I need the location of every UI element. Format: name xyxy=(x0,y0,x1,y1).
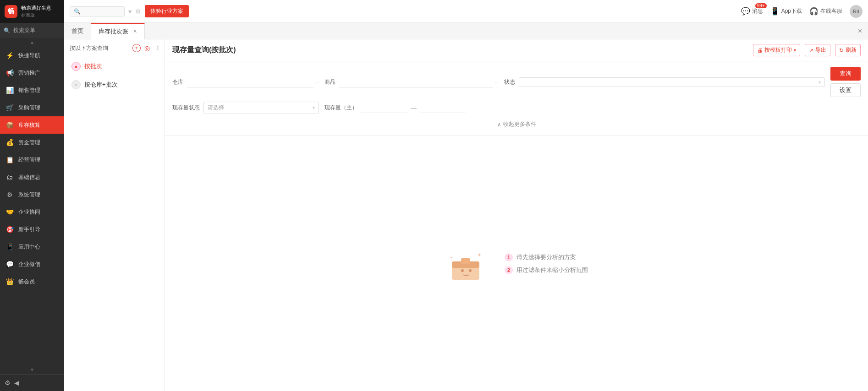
sidebar-search[interactable]: 🔍 搜索菜单 xyxy=(0,23,64,38)
plan-item-warehouse-batch[interactable]: ○ 按仓库+批次 xyxy=(64,76,165,94)
search-icon: 🔍 xyxy=(4,27,11,34)
print-icon: 🖨 xyxy=(757,47,763,54)
collapse-conditions-btn[interactable]: ∧ 收起更多条件 xyxy=(495,119,538,130)
product-dots[interactable]: ··· xyxy=(495,80,499,85)
settings-button[interactable]: 设置 xyxy=(830,83,861,97)
plan-icon-batch: ● xyxy=(71,62,81,71)
warehouse-input[interactable] xyxy=(187,77,313,87)
collapse-sidebar-icon[interactable]: ◀ xyxy=(14,379,19,386)
sidebar-item-member[interactable]: 👑 畅会员 xyxy=(0,273,64,290)
topbar-search-box[interactable]: 🔍 xyxy=(70,6,125,16)
sidebar-search-label: 搜索菜单 xyxy=(13,27,35,34)
query-button[interactable]: 查询 xyxy=(830,67,861,81)
sidebar-item-basics[interactable]: 🗂 基础信息 xyxy=(0,168,64,186)
sidebar-item-purchase[interactable]: 🛒 采购管理 xyxy=(0,99,64,116)
add-plan-icon[interactable]: + xyxy=(132,44,141,52)
plan-list: ● 按批次 ○ 按仓库+批次 xyxy=(64,57,165,391)
message-icon: 💬 xyxy=(741,7,750,16)
inventory-status-placeholder: 请选择 xyxy=(208,104,224,112)
topbar-user[interactable]: Rit xyxy=(850,5,863,18)
filter-row-1: 仓库 ··· 商品 ··· 状态 ▾ xyxy=(172,67,861,97)
print-btn[interactable]: 🖨 按模板打印 ▾ xyxy=(753,44,800,56)
content-area: 按以下方案查询 + ◎ 《 ● 按批次 ○ 按仓库+批次 xyxy=(64,39,868,391)
tab-close-icon[interactable]: ✕ xyxy=(133,28,137,34)
scroll-down-arrow[interactable]: ▼ xyxy=(0,365,64,374)
export-btn[interactable]: ↗ 导出 xyxy=(805,44,830,56)
collapse-panel-icon[interactable]: 《 xyxy=(154,44,159,52)
topbar-left: 🔍 ▾ ⚙ 体验行业方案 xyxy=(70,5,736,17)
print-dropdown-icon[interactable]: ▾ xyxy=(794,48,796,53)
topbar-search-input[interactable] xyxy=(83,8,120,15)
svg-point-4 xyxy=(469,269,472,272)
sidebar-item-label: 新手引导 xyxy=(18,226,40,234)
sidebar-item-appcenter[interactable]: 📱 应用中心 xyxy=(0,238,64,255)
filter-inventory-status: 现存量状态 请选择 ▾ xyxy=(172,102,319,114)
filter-product: 商品 ··· xyxy=(324,77,499,87)
empty-illustration: ✦ ✦ xyxy=(445,241,491,287)
sidebar-item-label: 库存核算 xyxy=(18,121,40,129)
refresh-btn[interactable]: ↻ 刷新 xyxy=(835,44,861,56)
tab-expand-btn[interactable]: ✕ xyxy=(852,27,868,34)
sidebar-item-marketing[interactable]: 📢 营销推广 xyxy=(0,64,64,81)
inventory-qty-to[interactable] xyxy=(420,103,466,113)
export-icon: ↗ xyxy=(809,47,813,54)
operations-icon: 📋 xyxy=(5,156,14,164)
topbar-online-service[interactable]: 🎧 在线客服 xyxy=(809,7,842,16)
svg-rect-2 xyxy=(461,258,470,264)
settings-icon[interactable]: ⚙ xyxy=(5,379,11,386)
inventory-status-select[interactable]: 请选择 ▾ xyxy=(203,102,319,114)
sidebar-item-guide[interactable]: 🎯 新手引导 xyxy=(0,221,64,238)
sidebar-item-label: 经营管理 xyxy=(18,156,40,164)
app-logo: 畅 xyxy=(5,5,17,18)
app-name: 畅康通好生意 xyxy=(21,5,51,11)
topbar-dropdown-icon[interactable]: ▾ xyxy=(128,8,132,15)
page-title: 现存量查询(按批次) xyxy=(172,45,236,55)
sidebar-item-collaboration[interactable]: 🤝 企业协同 xyxy=(0,203,64,221)
inventory-qty-from[interactable] xyxy=(361,103,407,113)
svg-text:✦: ✦ xyxy=(450,255,453,260)
sidebar-item-system[interactable]: ⚙ 系统管理 xyxy=(0,186,64,203)
action-buttons: 查询 设置 xyxy=(830,67,861,97)
inventory-icon: 📦 xyxy=(5,121,14,129)
topbar-message[interactable]: 💬 99+ 消息 xyxy=(741,7,763,16)
topbar: 🔍 ▾ ⚙ 体验行业方案 💬 99+ 消息 📱 App下载 🎧 在线客服 xyxy=(64,0,868,23)
empty-tip-2: 2 用过滤条件来缩小分析范围 xyxy=(505,266,588,274)
online-service-icon: 🎧 xyxy=(809,7,819,16)
filter-inventory-qty: 现存量（主） — xyxy=(324,103,499,113)
tab-inventory-batch-label: 库存批次账 xyxy=(99,27,128,36)
topbar-right: 💬 99+ 消息 📱 App下载 🎧 在线客服 Rit xyxy=(741,5,863,18)
status-select[interactable]: ▾ xyxy=(519,77,825,87)
sidebar-item-label: 采购管理 xyxy=(18,104,40,112)
search-icon: 🔍 xyxy=(74,8,81,15)
sidebar-item-label: 资金管理 xyxy=(18,139,40,147)
warehouse-dots[interactable]: ··· xyxy=(315,80,319,85)
plan-item-batch[interactable]: ● 按批次 xyxy=(64,57,165,76)
wecom-icon: 💬 xyxy=(5,260,14,268)
sidebar-item-quicknav[interactable]: ⚡ 快捷导航 xyxy=(0,47,64,64)
topbar-app-download[interactable]: 📱 App下载 xyxy=(770,7,802,16)
sidebar-nav: ⚡ 快捷导航 📢 营销推广 📊 销售管理 🛒 采购管理 📦 库存核算 💰 资金管… xyxy=(0,47,64,365)
guide-icon: 🎯 xyxy=(5,225,14,234)
inv-status-dropdown-icon: ▾ xyxy=(313,105,315,110)
quicknav-icon: ⚡ xyxy=(5,51,14,60)
app-info: 畅康通好生意 标准版 xyxy=(21,5,51,18)
sidebar-item-label: 畅会员 xyxy=(18,278,35,286)
scroll-up-arrow[interactable]: ▲ xyxy=(0,38,64,47)
app-edition: 标准版 xyxy=(21,12,51,18)
tab-inventory-batch[interactable]: 库存批次账 ✕ xyxy=(91,23,145,39)
page-title-bar: 现存量查询(按批次) 🖨 按模板打印 ▾ ↗ 导出 ↻ 刷新 xyxy=(165,39,868,61)
sidebar-item-operations[interactable]: 📋 经营管理 xyxy=(0,151,64,168)
sidebar-item-wecom[interactable]: 💬 企业微信 xyxy=(0,255,64,273)
svg-text:✦: ✦ xyxy=(477,252,482,258)
product-input[interactable] xyxy=(339,77,493,87)
sidebar-item-sales[interactable]: 📊 销售管理 xyxy=(0,81,64,99)
tab-home-label: 首页 xyxy=(71,27,83,35)
experience-btn[interactable]: 体验行业方案 xyxy=(145,5,189,17)
sidebar-item-finance[interactable]: 💰 资金管理 xyxy=(0,134,64,151)
plan-icon-warehouse-batch: ○ xyxy=(71,80,81,89)
topbar-gear-icon[interactable]: ⚙ xyxy=(135,8,141,15)
sidebar-item-inventory[interactable]: 📦 库存核算 xyxy=(0,116,64,134)
plan-settings-icon[interactable]: ◎ xyxy=(144,44,150,52)
refresh-label: 刷新 xyxy=(846,46,857,54)
tab-home[interactable]: 首页 xyxy=(64,23,91,39)
